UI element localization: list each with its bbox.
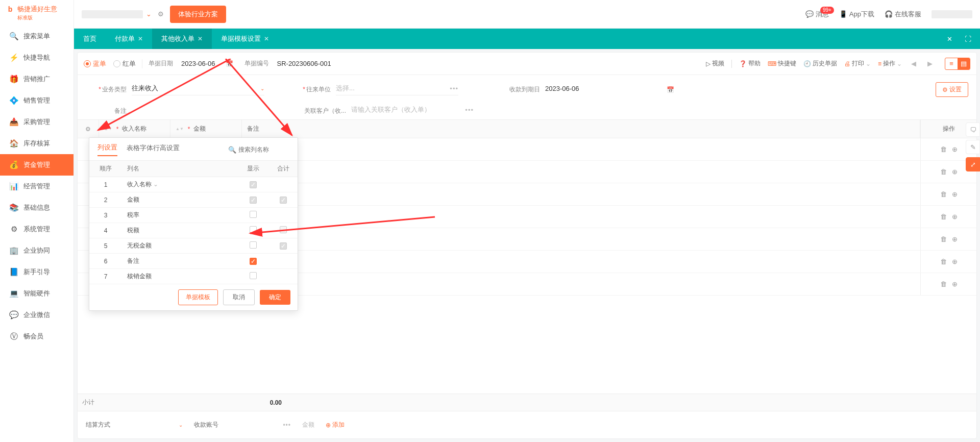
copy-icon[interactable]: ⊕	[952, 258, 958, 265]
calendar-icon[interactable]: 📅	[667, 86, 674, 93]
add-button[interactable]: ⊕添加	[326, 421, 345, 429]
user-area[interactable]	[932, 10, 972, 18]
doc-date-value[interactable]: 2023-06-06	[181, 60, 215, 67]
sidebar-item-11[interactable]: 📘新手引导	[0, 261, 74, 283]
video-link[interactable]: ▷视频	[706, 59, 724, 68]
radio-red[interactable]: 红单	[113, 59, 136, 68]
message-link[interactable]: 💬 消息 99+	[805, 10, 829, 19]
sidebar-item-13[interactable]: 💬企业微信	[0, 304, 74, 326]
delete-icon[interactable]: 🗑	[940, 168, 947, 176]
copy-icon[interactable]: ⊕	[952, 235, 958, 243]
prev-arrow-icon[interactable]: ◀	[909, 60, 918, 67]
plus-icon: ⊕	[326, 422, 331, 429]
biz-type-field[interactable]: 往来收入 ⌄	[132, 84, 264, 95]
sidebar-item-6[interactable]: 💰资金管理	[0, 154, 74, 176]
sidebar-item-10[interactable]: 🏢企业协同	[0, 240, 74, 261]
shortcut-link[interactable]: ⌨快捷键	[768, 59, 796, 68]
ok-button[interactable]: 确定	[260, 290, 290, 305]
rel-cust-field[interactable]: 请输入关联客户（收入单） •••	[351, 105, 474, 116]
sidebar-item-1[interactable]: ⚡快捷导航	[0, 47, 74, 68]
tab-0[interactable]: 首页	[74, 29, 106, 49]
fullscreen-icon[interactable]: ⛶	[959, 29, 977, 49]
checkbox-icon[interactable]: ✓	[250, 197, 257, 204]
gear-icon[interactable]: ⚙	[158, 10, 164, 18]
chevron-down-icon[interactable]: ⌄	[179, 422, 183, 428]
sidebar-item-0[interactable]: 🔍搜索菜单	[0, 26, 74, 47]
float-expand-icon[interactable]: ⤢	[966, 157, 980, 171]
document-card: 蓝单 红单 单据日期 2023-06-06 📅 单据编号 SR-20230606…	[77, 52, 977, 439]
more-icon[interactable]: •••	[450, 85, 458, 92]
checkbox-icon[interactable]: ✓	[280, 197, 287, 204]
checkbox-icon[interactable]: ✓	[280, 242, 287, 250]
col-amount[interactable]: ▲▼ *金额	[170, 120, 242, 138]
copy-icon[interactable]: ⊕	[952, 213, 958, 220]
checkbox-icon[interactable]	[250, 226, 257, 233]
checkbox-icon[interactable]	[250, 241, 257, 249]
delete-icon[interactable]: 🗑	[940, 190, 947, 198]
table-header: ⚙ ▲▼ *收入名称 ▲▼ *金额 备注 操作	[78, 120, 976, 138]
popup-search-input[interactable]	[238, 146, 289, 153]
delete-icon[interactable]: 🗑	[940, 280, 947, 288]
radio-blue[interactable]: 蓝单	[84, 59, 106, 68]
copy-icon[interactable]: ⊕	[952, 168, 958, 176]
remark-field[interactable]	[132, 110, 264, 112]
subtotal-amount: 0.00	[99, 399, 288, 406]
popup-tab-columns[interactable]: 列设置	[97, 143, 117, 156]
due-field[interactable]: 2023-06-06	[545, 85, 657, 94]
template-button[interactable]: 单据模板	[178, 289, 218, 305]
view-card-icon[interactable]: ▤	[958, 58, 970, 69]
help-link[interactable]: ❓帮助	[739, 59, 761, 68]
more-icon[interactable]: •••	[283, 422, 291, 429]
sidebar-item-7[interactable]: 📊经营管理	[0, 176, 74, 197]
sidebar-item-5[interactable]: 🏠库存核算	[0, 133, 74, 154]
tab-3[interactable]: 单据模板设置✕	[212, 29, 278, 49]
float-edit-icon[interactable]: ✎	[966, 140, 980, 154]
checkbox-icon[interactable]	[250, 211, 257, 218]
calendar-icon[interactable]: 📅	[226, 60, 233, 67]
delete-icon[interactable]: 🗑	[940, 145, 947, 153]
history-link[interactable]: 🕘历史单据	[803, 59, 837, 68]
delete-icon[interactable]: 🗑	[940, 213, 947, 220]
print-link[interactable]: 🖨打印 ⌄	[844, 59, 871, 68]
checkbox-icon[interactable]: ✓	[250, 181, 257, 188]
unit-field[interactable]: 选择... •••	[336, 84, 458, 95]
popup-tab-font[interactable]: 表格字体行高设置	[127, 143, 180, 156]
settings-button[interactable]: ⚙设置	[936, 82, 968, 97]
close-all-icon[interactable]: ✕	[940, 29, 959, 49]
delete-icon[interactable]: 🗑	[940, 235, 947, 243]
cancel-button[interactable]: 取消	[223, 289, 255, 305]
copy-icon[interactable]: ⊕	[952, 280, 958, 288]
tab-2[interactable]: 其他收入单✕	[152, 29, 212, 49]
sidebar-item-3[interactable]: 💠销售管理	[0, 90, 74, 111]
app-logo: b 畅捷通好生意 标准版	[0, 0, 74, 26]
close-icon[interactable]: ✕	[198, 35, 203, 42]
view-list-icon[interactable]: ≡	[945, 58, 958, 69]
col-income-name[interactable]: ▲▼ *收入名称	[99, 120, 170, 138]
sidebar-item-12[interactable]: 💻智能硬件	[0, 283, 74, 304]
tab-1[interactable]: 付款单✕	[106, 29, 152, 49]
trial-button[interactable]: 体验行业方案	[170, 6, 226, 23]
sidebar-item-14[interactable]: Ⓥ畅会员	[0, 326, 74, 347]
sidebar-item-2[interactable]: 🎁营销推广	[0, 68, 74, 90]
operation-link[interactable]: ≡操作 ⌄	[878, 59, 902, 68]
checkbox-icon[interactable]: ✓	[250, 258, 257, 265]
copy-icon[interactable]: ⊕	[952, 145, 958, 153]
sidebar-item-9[interactable]: ⚙系统管理	[0, 218, 74, 240]
popup-search[interactable]: 🔍	[228, 146, 289, 154]
float-note-icon[interactable]: 🗨	[966, 122, 980, 137]
column-settings-icon[interactable]: ⚙	[78, 120, 99, 138]
delete-icon[interactable]: 🗑	[940, 258, 947, 265]
app-download-link[interactable]: 📱 App下载	[839, 10, 874, 19]
sidebar: b 畅捷通好生意 标准版 🔍搜索菜单⚡快捷导航🎁营销推广💠销售管理📥采购管理🏠库…	[0, 0, 74, 442]
nav-icon: Ⓥ	[9, 332, 18, 341]
copy-icon[interactable]: ⊕	[952, 190, 958, 198]
next-arrow-icon[interactable]: ▶	[925, 60, 935, 67]
org-dropdown[interactable]: ⌄	[82, 10, 152, 18]
more-icon[interactable]: •••	[465, 106, 474, 114]
close-icon[interactable]: ✕	[264, 35, 269, 42]
checkbox-icon[interactable]	[250, 272, 257, 279]
close-icon[interactable]: ✕	[138, 35, 143, 42]
sidebar-item-4[interactable]: 📥采购管理	[0, 111, 74, 133]
sidebar-item-8[interactable]: 📚基础信息	[0, 197, 74, 218]
service-link[interactable]: 🎧 在线客服	[885, 10, 921, 19]
